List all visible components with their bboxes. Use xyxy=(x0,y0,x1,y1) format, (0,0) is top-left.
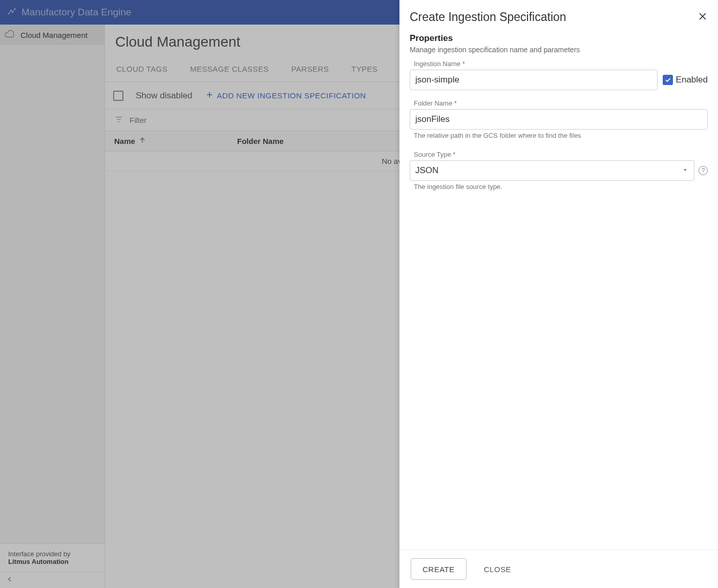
sidebar: Cloud Management Interface provided by L… xyxy=(0,25,105,588)
add-ingestion-label: ADD NEW INGESTION SPECIFICATION xyxy=(217,91,366,100)
folder-name-label: Folder Name * xyxy=(410,99,708,107)
enabled-label: Enabled xyxy=(676,75,708,85)
column-header-folder[interactable]: Folder Name xyxy=(237,137,284,145)
column-header-name[interactable]: Name xyxy=(114,136,237,146)
column-header-name-label: Name xyxy=(114,137,135,145)
source-type-label: Source Type * xyxy=(410,151,708,158)
footer-intro: Interface provided by xyxy=(8,550,96,558)
drawer-title: Create Ingestion Specification xyxy=(410,10,566,24)
show-disabled-checkbox[interactable] xyxy=(113,91,123,101)
chevron-left-icon xyxy=(6,576,13,585)
cloud-icon xyxy=(4,29,15,41)
source-type-helper: The ingestion file source type. xyxy=(410,183,708,191)
source-type-select[interactable] xyxy=(410,160,694,181)
check-icon xyxy=(663,75,673,85)
tab-parsers[interactable]: PARSERS xyxy=(286,56,334,81)
close-button[interactable]: CLOSE xyxy=(479,558,516,580)
folder-name-input[interactable] xyxy=(410,109,708,130)
folder-name-helper: The relative path in the GCS folder wher… xyxy=(410,132,708,139)
filter-label: Filter xyxy=(130,116,146,124)
sidebar-footer: Interface provided by Litmus Automation xyxy=(0,543,104,572)
app-title: Manufactory Data Engine xyxy=(22,7,131,18)
arrow-up-icon xyxy=(138,136,146,146)
drawer-create-ingestion: Create Ingestion Specification Propertie… xyxy=(399,0,718,588)
ingestion-name-label: Ingestion Name * xyxy=(410,60,708,68)
show-disabled-label: Show disabled xyxy=(136,91,193,101)
add-ingestion-button[interactable]: ADD NEW INGESTION SPECIFICATION xyxy=(205,90,366,101)
sidebar-collapse-button[interactable] xyxy=(0,572,104,588)
footer-brand: Litmus Automation xyxy=(8,558,96,565)
drawer-close-button[interactable] xyxy=(698,11,708,24)
close-icon xyxy=(698,14,708,23)
sidebar-item-cloud-management[interactable]: Cloud Management xyxy=(0,25,104,45)
help-icon[interactable]: ? xyxy=(699,166,708,175)
analytics-icon xyxy=(7,7,16,18)
properties-subheading: Manage ingestion specification name and … xyxy=(410,46,708,54)
drawer-footer: CREATE CLOSE xyxy=(399,550,718,588)
tab-cloud-tags[interactable]: CLOUD TAGS xyxy=(111,56,173,81)
plus-icon xyxy=(205,90,214,101)
create-button[interactable]: CREATE xyxy=(411,558,467,580)
enabled-checkbox[interactable]: Enabled xyxy=(663,75,708,85)
tab-message-classes[interactable]: MESSAGE CLASSES xyxy=(185,56,274,81)
ingestion-name-input[interactable] xyxy=(410,70,658,90)
sidebar-item-label: Cloud Management xyxy=(20,31,88,39)
properties-heading: Properties xyxy=(410,33,708,44)
tab-types[interactable]: TYPES xyxy=(346,56,383,81)
filter-list-icon xyxy=(114,115,123,125)
